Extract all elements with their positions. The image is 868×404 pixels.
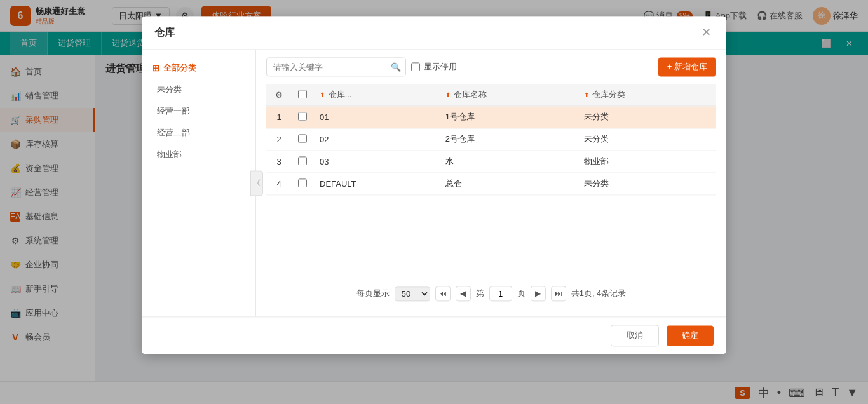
col-checkbox bbox=[292, 84, 313, 106]
search-icon[interactable]: 🔍 bbox=[391, 62, 401, 72]
show-disabled-checkbox[interactable] bbox=[411, 62, 420, 71]
row-checkbox-1 bbox=[292, 106, 313, 128]
category-item-op1[interactable]: 经营一部 bbox=[142, 100, 255, 122]
table-row[interactable]: 3 03 水 物业部 bbox=[266, 151, 716, 173]
row-gear-3: 3 bbox=[266, 151, 292, 173]
select-all-checkbox[interactable] bbox=[298, 90, 307, 98]
row-category-2: 未分类 bbox=[578, 128, 716, 151]
row-code-3: 03 bbox=[313, 151, 439, 173]
all-categories-label: 全部分类 bbox=[163, 62, 196, 74]
row-gear-1: 1 bbox=[266, 106, 292, 128]
right-panel: 🔍 显示停用 + 新增仓库 ⚙ bbox=[256, 50, 726, 316]
row-checkbox-3 bbox=[292, 151, 313, 173]
search-bar: 🔍 显示停用 + 新增仓库 bbox=[266, 57, 716, 76]
row-1-checkbox[interactable] bbox=[298, 112, 307, 121]
gear-col-icon: ⚙ bbox=[275, 90, 283, 100]
row-code-1: 01 bbox=[313, 106, 439, 128]
row-category-4: 未分类 bbox=[578, 173, 716, 195]
col-name: ⬆ 仓库名称 bbox=[439, 84, 578, 106]
search-input-wrap: 🔍 bbox=[266, 57, 406, 76]
prev-page-button[interactable]: ◀ bbox=[456, 286, 471, 301]
modal-header: 仓库 ✕ bbox=[142, 16, 726, 50]
table-row[interactable]: 4 DEFAULT 总仓 未分类 bbox=[266, 173, 716, 195]
category-item-unclassified[interactable]: 未分类 bbox=[142, 79, 255, 100]
row-name-3: 水 bbox=[439, 151, 578, 173]
row-gear-2: 2 bbox=[266, 128, 292, 151]
row-name-4: 总仓 bbox=[439, 173, 578, 195]
table-body: 1 01 1号仓库 未分类 2 02 bbox=[266, 106, 716, 195]
category-item-property[interactable]: 物业部 bbox=[142, 144, 255, 165]
row-gear-4: 4 bbox=[266, 173, 292, 195]
collapse-panel-button[interactable]: 《 bbox=[250, 170, 263, 196]
all-categories-button[interactable]: ⊞ 全部分类 bbox=[142, 57, 255, 79]
col-gear: ⚙ bbox=[266, 84, 292, 106]
row-checkbox-4 bbox=[292, 173, 313, 195]
table-header: ⚙ ⬆ 仓库... ⬆ 仓库名称 bbox=[266, 84, 716, 106]
row-category-1: 未分类 bbox=[578, 106, 716, 128]
warehouse-table: ⚙ ⬆ 仓库... ⬆ 仓库名称 bbox=[266, 84, 716, 195]
row-code-2: 02 bbox=[313, 128, 439, 151]
col-category: ⬆ 仓库分类 bbox=[578, 84, 716, 106]
first-page-button[interactable]: ⏮ bbox=[435, 286, 451, 301]
category-panel: ⊞ 全部分类 未分类 经营一部 经营二部 物业部 《 bbox=[142, 50, 256, 316]
row-4-checkbox[interactable] bbox=[298, 178, 307, 187]
warehouse-modal: 仓库 ✕ ⊞ 全部分类 未分类 经营一部 经营二部 物业部 《 bbox=[142, 16, 726, 354]
col-code: ⬆ 仓库... bbox=[313, 84, 439, 106]
row-name-1: 1号仓库 bbox=[439, 106, 578, 128]
sort-icon-name: ⬆ bbox=[445, 91, 451, 98]
category-item-op2[interactable]: 经营二部 bbox=[142, 122, 255, 144]
add-warehouse-button[interactable]: + 新增仓库 bbox=[658, 57, 716, 76]
modal-title: 仓库 bbox=[154, 26, 175, 39]
table-row[interactable]: 2 02 2号仓库 未分类 bbox=[266, 128, 716, 151]
total-info: 共1页, 4条记录 bbox=[571, 288, 627, 299]
sort-icon-code: ⬆ bbox=[320, 91, 325, 98]
row-3-checkbox[interactable] bbox=[298, 156, 307, 165]
per-page-label: 每页显示 bbox=[356, 288, 390, 299]
sort-icon-category: ⬆ bbox=[584, 91, 589, 98]
row-checkbox-2 bbox=[292, 128, 313, 151]
confirm-button[interactable]: 确定 bbox=[667, 325, 714, 346]
modal-close-button[interactable]: ✕ bbox=[698, 25, 714, 40]
row-code-4: DEFAULT bbox=[313, 173, 439, 195]
modal-body: ⊞ 全部分类 未分类 经营一部 经营二部 物业部 《 bbox=[142, 50, 726, 316]
last-page-button[interactable]: ⏭ bbox=[551, 286, 566, 301]
row-category-3: 物业部 bbox=[578, 151, 716, 173]
page-suffix: 页 bbox=[517, 288, 526, 299]
grid-icon: ⊞ bbox=[152, 63, 159, 73]
cancel-button[interactable]: 取消 bbox=[611, 325, 659, 346]
row-2-checkbox[interactable] bbox=[298, 134, 307, 143]
row-name-2: 2号仓库 bbox=[439, 128, 578, 151]
show-disabled-label: 显示停用 bbox=[424, 61, 457, 72]
next-page-button[interactable]: ▶ bbox=[531, 286, 546, 301]
page-size-select[interactable]: 50 10 20 100 bbox=[395, 286, 430, 301]
page-label: 第 bbox=[476, 288, 484, 299]
pagination-bar: 每页显示 50 10 20 100 ⏮ ◀ 第 页 ▶ ⏭ 共1页, 4条记录 bbox=[266, 278, 716, 309]
search-input[interactable] bbox=[266, 57, 406, 76]
table-row[interactable]: 1 01 1号仓库 未分类 bbox=[266, 106, 716, 128]
page-number-input[interactable] bbox=[489, 286, 512, 301]
modal-footer: 取消 确定 bbox=[142, 316, 726, 354]
collapse-icon: 《 bbox=[253, 178, 261, 189]
show-disabled-wrap: 显示停用 bbox=[411, 61, 457, 72]
